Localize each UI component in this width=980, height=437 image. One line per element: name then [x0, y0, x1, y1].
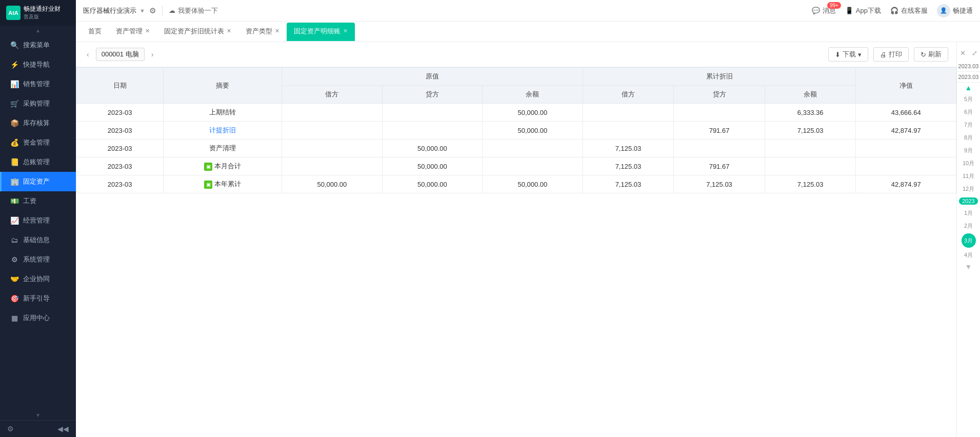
sidebar-label-inventory: 库存核算 — [23, 118, 50, 128]
sidebar-item-capital[interactable]: 💰 资金管理 — [0, 133, 76, 152]
col-date: 日期 — [76, 68, 164, 104]
tab-asset-type[interactable]: 资产类型 ✕ — [238, 23, 287, 41]
refresh-label: 刷新 — [928, 50, 942, 59]
sidebar-item-collab[interactable]: 🤝 企业协同 — [0, 269, 76, 289]
tab-asset-detail-label: 固定资产明细账 — [294, 27, 341, 36]
company-selector[interactable]: 医疗器械行业演示 ▼ — [83, 6, 145, 15]
right-panel-expand-button[interactable]: ⤢ — [970, 47, 979, 59]
operations-icon: 📈 — [10, 216, 19, 225]
sidebar: AtA 畅捷通好业财 普及版 ▲ 🔍 搜索菜单 ⚡ 快捷导航 📊 销售管理 🛒 … — [0, 0, 76, 437]
tab-asset-type-close[interactable]: ✕ — [275, 28, 279, 34]
right-panel-top-buttons: ✕ ⤢ — [956, 45, 980, 61]
sidebar-label-purchase: 采购管理 — [23, 99, 50, 108]
logo-text: 畅捷通好业财 — [24, 5, 61, 13]
experience-button[interactable]: ☁ 我要体验一下 — [169, 6, 218, 15]
settings-footer-icon[interactable]: ⚙ — [7, 425, 14, 433]
refresh-icon: ↻ — [921, 51, 926, 58]
messages-button[interactable]: 💬 消息 99+ — [812, 6, 836, 15]
sidebar-item-apps[interactable]: ▦ 应用中心 — [0, 308, 76, 328]
right-panel-month-12[interactable]: 12月 — [957, 183, 980, 195]
sidebar-scroll-up[interactable]: ▲ — [0, 26, 76, 35]
asset-next-button[interactable]: › — [149, 49, 156, 59]
right-panel-down-chevron[interactable]: ▼ — [964, 262, 973, 272]
right-panel-month-9[interactable]: 9月 — [957, 144, 980, 157]
content-area: ‹ 000001 电脑 › ⬇ 下载 ▾ 🖨 打印 ↻ — [76, 42, 980, 437]
col-yuanzhi: 原值 — [282, 68, 583, 86]
service-button[interactable]: 🎧 在线客服 — [890, 6, 928, 15]
sidebar-label-apps: 应用中心 — [23, 313, 50, 323]
user-button[interactable]: 👤 畅捷通 — [937, 4, 973, 17]
tab-depreciation-stat-label: 固定资产折旧统计表 — [164, 27, 224, 36]
sidebar-scroll-down[interactable]: ▼ — [0, 410, 76, 420]
summary-link[interactable]: 计提折旧 — [209, 126, 236, 134]
sidebar-item-search[interactable]: 🔍 搜索菜单 — [0, 35, 76, 55]
tab-home[interactable]: 首页 — [81, 23, 109, 41]
right-panel-month-5[interactable]: 5月 — [957, 93, 980, 106]
system-icon: ⚙ — [10, 255, 19, 264]
table-row: 2023-03上期结转50,000.006,333.3643,666.64 — [76, 104, 956, 122]
col-yuanzhi-jf: 借方 — [282, 86, 383, 104]
sidebar-item-guide[interactable]: 🎯 新手引导 — [0, 289, 76, 308]
right-panel-month-2[interactable]: 2月 — [957, 220, 980, 232]
tab-asset-detail-close[interactable]: ✕ — [343, 28, 348, 34]
right-panel: ✕ ⤢ 2023.03 2023.03 ▲ 5月 6月 7月 8月 9月 10月… — [956, 42, 980, 437]
sidebar-item-sales[interactable]: 📊 销售管理 — [0, 74, 76, 94]
print-button[interactable]: 🖨 打印 — [873, 47, 909, 62]
tab-asset-mgmt[interactable]: 资产管理 ✕ — [109, 23, 157, 41]
right-panel-month-8[interactable]: 8月 — [957, 131, 980, 144]
collapse-sidebar-button[interactable]: ◀◀ — [57, 425, 69, 433]
right-panel-month-6[interactable]: 6月 — [957, 106, 980, 118]
green-badge-icon: ▣ — [204, 163, 212, 171]
sidebar-label-capital: 资金管理 — [23, 138, 50, 147]
page-panel: ‹ 000001 电脑 › ⬇ 下载 ▾ 🖨 打印 ↻ — [76, 42, 956, 437]
right-panel-month-3-active[interactable]: 3月 — [962, 233, 976, 248]
asset-detail-table: 日期 摘要 原值 累计折旧 净值 借方 贷方 余额 借方 贷方 余额 — [76, 67, 956, 193]
tab-depreciation-stat-close[interactable]: ✕ — [227, 28, 231, 34]
print-icon: 🖨 — [880, 51, 887, 58]
right-panel-month-11[interactable]: 11月 — [957, 170, 980, 183]
sidebar-item-basic[interactable]: 🗂 基础信息 — [0, 230, 76, 250]
sidebar-item-payroll[interactable]: 💵 工资 — [0, 191, 76, 211]
right-panel-month-1[interactable]: 1月 — [957, 207, 980, 220]
col-ljzj-ye: 余额 — [765, 86, 856, 104]
right-panel-up-chevron[interactable]: ▲ — [964, 83, 973, 93]
company-settings-icon[interactable]: ⚙ — [149, 6, 156, 15]
basic-icon: 🗂 — [10, 235, 19, 245]
right-panel-close-button[interactable]: ✕ — [958, 47, 968, 59]
tab-asset-detail[interactable]: 固定资产明细账 ✕ — [287, 23, 355, 41]
tab-asset-mgmt-close[interactable]: ✕ — [145, 28, 150, 34]
download-button[interactable]: ⬇ 下载 ▾ — [828, 47, 868, 62]
avatar: 👤 — [937, 4, 950, 17]
sidebar-label-payroll: 工资 — [23, 196, 36, 206]
tab-depreciation-stat[interactable]: 固定资产折旧统计表 ✕ — [157, 23, 238, 41]
sidebar-label-basic: 基础信息 — [23, 235, 50, 245]
sidebar-item-quicknav[interactable]: ⚡ 快捷导航 — [0, 55, 76, 74]
right-panel-month-10[interactable]: 10月 — [957, 157, 980, 170]
sidebar-item-system[interactable]: ⚙ 系统管理 — [0, 250, 76, 269]
tabs-bar: 首页 资产管理 ✕ 固定资产折旧统计表 ✕ 资产类型 ✕ 固定资产明细账 ✕ — [76, 22, 980, 42]
guide-icon: 🎯 — [10, 294, 19, 303]
sidebar-item-operations[interactable]: 📈 经营管理 — [0, 211, 76, 230]
right-panel-month-7[interactable]: 7月 — [957, 118, 980, 131]
app-download-button[interactable]: 📱 App下载 — [845, 6, 881, 15]
right-panel-header-year2: 2023.03 — [957, 72, 980, 83]
topbar: 医疗器械行业演示 ▼ ⚙ ☁ 我要体验一下 💬 消息 99+ 📱 App下载 🎧… — [76, 0, 980, 22]
sidebar-item-purchase[interactable]: 🛒 采购管理 — [0, 94, 76, 113]
messages-badge: 99+ — [827, 2, 841, 9]
sidebar-item-ledger[interactable]: 📒 总账管理 — [0, 152, 76, 172]
sidebar-item-fixed[interactable]: 🏢 固定资产 — [0, 172, 76, 191]
main-content: 医疗器械行业演示 ▼ ⚙ ☁ 我要体验一下 💬 消息 99+ 📱 App下载 🎧… — [76, 0, 980, 437]
sidebar-item-inventory[interactable]: 📦 库存核算 — [0, 113, 76, 133]
table-row: 2023-03资产清理50,000.007,125.03 — [76, 140, 956, 157]
right-panel-year-badge[interactable]: 2023 — [959, 197, 977, 205]
sales-icon: 📊 — [10, 80, 19, 89]
asset-prev-button[interactable]: ‹ — [84, 49, 92, 59]
table-row: 2023-03▣本月合计50,000.007,125.03791.67 — [76, 157, 956, 175]
sidebar-label-guide: 新手引导 — [23, 294, 50, 303]
refresh-button[interactable]: ↻ 刷新 — [914, 47, 948, 62]
tab-home-label: 首页 — [88, 27, 102, 36]
payroll-icon: 💵 — [10, 196, 19, 206]
right-panel-month-4[interactable]: 4月 — [957, 249, 980, 262]
topbar-divider — [162, 6, 163, 16]
page-toolbar: ‹ 000001 电脑 › ⬇ 下载 ▾ 🖨 打印 ↻ — [76, 42, 956, 67]
